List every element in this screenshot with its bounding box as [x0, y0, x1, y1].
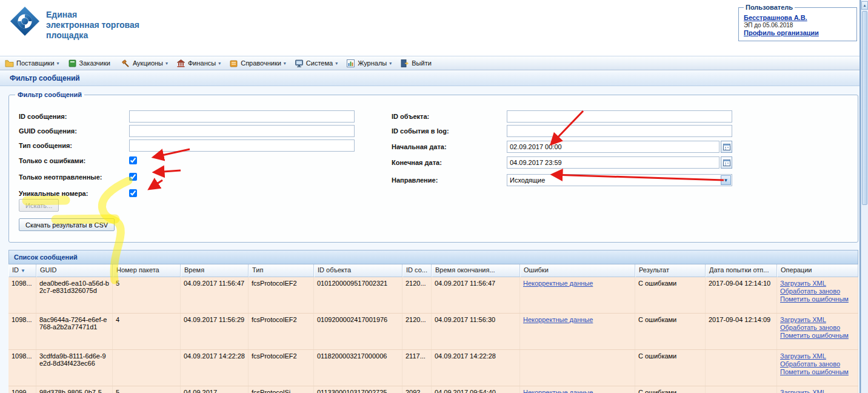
results-title-bar: Список сообщений — [8, 250, 858, 264]
only-unsent-checkbox[interactable] — [129, 173, 137, 181]
cell-errors: Некорректные данные — [520, 314, 635, 349]
page-title: Фильтр сообщений — [10, 74, 80, 82]
op-reprocess-link[interactable]: Обработать заново — [780, 287, 855, 295]
filter-fieldset: Фильтр сообщений ID сообщения: GUID сооб… — [8, 91, 858, 243]
menu-system[interactable]: Система ▾ — [295, 59, 338, 68]
download-csv-button[interactable]: Скачать результаты в CSV — [19, 218, 115, 231]
cell-event-id: 2117... — [402, 350, 432, 386]
column-errors[interactable]: Ошибки — [520, 264, 635, 277]
only-errors-checkbox[interactable] — [129, 156, 137, 164]
label-message-guid: GUID сообщения: — [19, 127, 77, 135]
scroll-up-icon[interactable]: ▲ — [861, 1, 868, 10]
menu-journals-label: Журналы — [358, 59, 387, 67]
op-reprocess-link[interactable]: Обработать заново — [780, 324, 855, 331]
column-id[interactable]: ID ▼ — [8, 264, 36, 277]
menu-journals[interactable]: Журналы ▾ — [346, 59, 392, 68]
table-row: 1098... dea0bed6-ea10-a56d-b2c7-e831d326… — [8, 277, 858, 314]
chevron-down-icon: ▾ — [57, 61, 59, 66]
start-date-group — [507, 141, 732, 153]
error-details-link[interactable]: Некорректные данные — [523, 389, 593, 393]
cell-operations: Загрузить XML Обработать заново Пометить… — [777, 386, 858, 393]
user-box-legend: Пользователь — [744, 4, 795, 11]
menu-suppliers[interactable]: Поставщики ▾ — [5, 59, 59, 68]
chevron-down-icon: ▾ — [389, 61, 392, 66]
org-profile-link[interactable]: Профиль организации — [744, 29, 852, 36]
cell-guid: dea0bed6-ea10-a56d-b2c7-e831d326075d — [36, 277, 113, 313]
column-type[interactable]: Тип — [249, 264, 314, 277]
start-date-input[interactable] — [507, 141, 719, 153]
column-guid[interactable]: GUID — [36, 264, 113, 277]
end-date-calendar-button[interactable] — [721, 156, 732, 169]
column-time[interactable]: Время — [181, 264, 249, 277]
op-mark-error-link[interactable]: Пометить ошибочным — [780, 368, 855, 375]
label-message-type: Тип сообщения: — [19, 142, 72, 149]
menu-directories[interactable]: Справочники ▾ — [229, 59, 286, 68]
menu-exit[interactable]: Выйти — [400, 59, 434, 68]
column-packet[interactable]: Номер пакета — [113, 264, 181, 277]
object-id-input[interactable] — [507, 110, 732, 123]
cell-object-id: 0109200002417001976 — [314, 314, 402, 349]
search-button[interactable]: Искать... — [19, 199, 59, 212]
menu-auctions[interactable]: Аукционы ▾ — [121, 59, 168, 68]
start-date-calendar-button[interactable] — [721, 141, 732, 153]
chevron-down-icon: ▾ — [335, 61, 338, 66]
cell-id: 1098... — [8, 314, 36, 349]
label-log-event: ID события в log: — [392, 127, 449, 135]
label-only-errors: Только с ошибками: — [19, 157, 85, 164]
cell-object-id: 0101200009517002321 — [314, 277, 402, 313]
cell-time: 04.09.2017 — [181, 386, 249, 393]
sort-desc-icon: ▼ — [21, 268, 25, 274]
column-end-time[interactable]: Время окончания... — [432, 264, 520, 277]
cell-attempt-date: 2017-09-04 12:14:09 — [706, 314, 777, 349]
chevron-down-icon: ▾ — [218, 61, 221, 66]
cell-end-time: 04.09.2017 11:56:30 — [432, 314, 520, 349]
auctions-gavel-icon — [121, 59, 130, 68]
error-details-link[interactable]: Некорректные данные — [523, 316, 593, 323]
op-mark-error-link[interactable]: Пометить ошибочным — [780, 332, 855, 339]
menu-directories-label: Справочники — [241, 59, 281, 67]
cell-result: С ошибками — [635, 350, 706, 386]
cell-errors: Некорректные данные — [520, 277, 635, 313]
vertical-scrollbar[interactable]: ▲ — [861, 0, 868, 393]
menu-exit-label: Выйти — [412, 59, 432, 67]
table-row: 1098... 3cdfda9b-8111-6d6e-9e2d-8d34f423… — [8, 350, 858, 386]
cell-errors: Некорректные данные — [520, 386, 635, 393]
cell-type: fcsProtocolEF2 — [249, 277, 314, 313]
cell-operations: Загрузить XML Обработать заново Пометить… — [777, 314, 858, 349]
cell-time: 04.09.2017 11:56:47 — [181, 277, 249, 313]
op-load-xml-link[interactable]: Загрузить XML — [780, 352, 855, 360]
menu-finances[interactable]: Финансы ▾ — [176, 59, 221, 68]
suppliers-folder-icon — [5, 59, 14, 68]
op-load-xml-link[interactable]: Загрузить XML — [780, 280, 855, 287]
cell-object-id: 0118200003217000006 — [314, 350, 402, 386]
cell-packet: 4 — [113, 314, 181, 349]
column-operations[interactable]: Операции — [777, 264, 858, 277]
error-details-link[interactable]: Некорректные данные — [523, 280, 593, 287]
op-load-xml-link[interactable]: Загрузить XML — [780, 389, 855, 393]
menu-customers[interactable]: Заказчики — [68, 59, 113, 68]
direction-select[interactable]: Исходящие ▼ — [507, 174, 732, 186]
column-object-id[interactable]: ID объекта — [314, 264, 402, 277]
log-event-input[interactable] — [507, 125, 732, 137]
cell-object-id: 0113300010317002725 — [314, 386, 402, 393]
user-name-link[interactable]: Бесстрашнова А.В. — [744, 14, 852, 21]
cell-time: 04.09.2017 14:22:28 — [181, 350, 249, 386]
filter-legend: Фильтр сообщений — [15, 91, 84, 98]
cell-type: fcsProtocolSi... — [249, 386, 314, 393]
calendar-icon — [723, 159, 730, 166]
cell-result: С ошибками — [635, 277, 706, 313]
op-load-xml-link[interactable]: Загрузить XML — [780, 316, 855, 323]
op-reprocess-link[interactable]: Обработать заново — [780, 360, 855, 368]
scrollbar-thumb[interactable] — [862, 11, 867, 205]
end-date-input[interactable] — [507, 156, 719, 169]
message-guid-input[interactable] — [129, 125, 355, 137]
message-id-input[interactable] — [129, 110, 355, 123]
column-event-id[interactable]: ID со... — [402, 264, 432, 277]
column-attempt-date[interactable]: Дата попытки отп... — [706, 264, 777, 277]
message-type-input[interactable] — [129, 139, 355, 152]
cell-event-id: 2120... — [402, 314, 432, 349]
column-result[interactable]: Результат — [635, 264, 706, 277]
unique-numbers-checkbox[interactable] — [129, 189, 137, 197]
op-mark-error-link[interactable]: Пометить ошибочным — [780, 295, 855, 303]
cell-operations: Загрузить XML Обработать заново Пометить… — [777, 350, 858, 386]
